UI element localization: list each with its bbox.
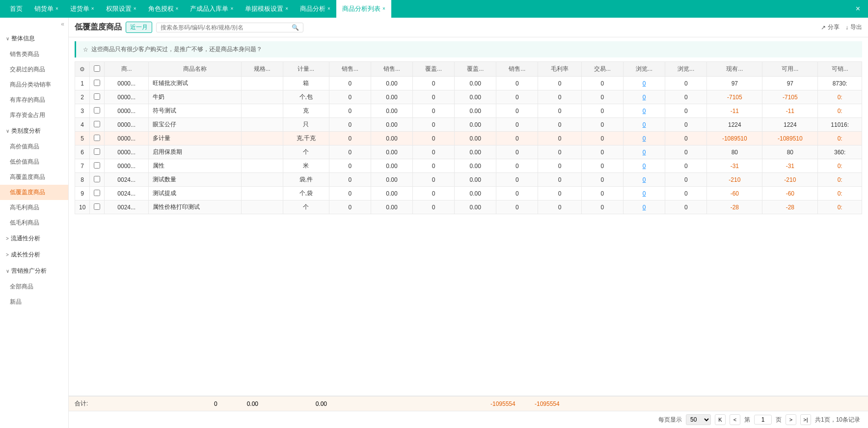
search-icon[interactable]: 🔍	[292, 24, 299, 31]
row-checkbox[interactable]	[90, 104, 105, 118]
sidebar-item-category-sales-rate[interactable]: 商品分类动销率	[0, 77, 68, 92]
settings-icon[interactable]: ⚙	[80, 66, 85, 73]
sidebar-item-low-value[interactable]: 低价值商品	[0, 154, 68, 170]
row-gross-rate: 0	[538, 118, 581, 132]
sidebar-item-traded-goods[interactable]: 交易过的商品	[0, 62, 68, 77]
row-unit: 个	[283, 145, 329, 159]
row-current: -7105	[707, 90, 762, 104]
sidebar-item-new-goods[interactable]: 新品	[0, 294, 68, 310]
row-browse1[interactable]: 0	[624, 77, 665, 90]
page-number-input[interactable]	[754, 415, 772, 425]
sidebar-group-growth[interactable]: > 成长性分析	[0, 247, 68, 263]
col-settings[interactable]: ⚙	[75, 62, 90, 77]
row-select-checkbox[interactable]	[94, 93, 100, 100]
row-checkbox[interactable]	[90, 77, 105, 90]
sidebar-item-all-goods[interactable]: 全部商品	[0, 279, 68, 294]
row-checkbox[interactable]	[90, 145, 105, 159]
row-browse1[interactable]: 0	[624, 173, 665, 187]
select-all-checkbox[interactable]	[94, 65, 100, 72]
sidebar-group-overall[interactable]: ∨ 整体信息	[0, 30, 68, 47]
row-checkbox[interactable]	[90, 90, 105, 104]
sidebar-item-inventory-capital[interactable]: 库存资金占用	[0, 108, 68, 123]
search-input[interactable]	[161, 24, 290, 31]
row-checkbox[interactable]	[90, 200, 105, 214]
row-browse1[interactable]: 0	[624, 187, 665, 200]
row-unit: 只	[283, 118, 329, 132]
sidebar-group-category[interactable]: ∨ 类别度分析	[0, 123, 68, 139]
sidebar-item-stocked-goods[interactable]: 有库存的商品	[0, 92, 68, 108]
share-button[interactable]: ↗ 分享	[821, 23, 840, 31]
sidebar-collapse-btn[interactable]: «	[0, 18, 68, 30]
sidebar-item-sales-goods[interactable]: 销售类商品	[0, 47, 68, 62]
row-browse2: 0	[665, 159, 707, 173]
nav-goods-analysis-list[interactable]: 商品分析列表 ×	[336, 0, 391, 18]
close-product-warehouse-icon[interactable]: ×	[230, 0, 233, 18]
col-checkbox[interactable]	[90, 62, 105, 77]
col-trade: 交易...	[581, 62, 623, 77]
sidebar-item-high-value[interactable]: 高价值商品	[0, 139, 68, 154]
close-window-icon[interactable]: ×	[852, 4, 864, 13]
row-browse1[interactable]: 0	[624, 159, 665, 173]
nav-purchase-order[interactable]: 进货单 ×	[64, 0, 100, 18]
nav-goods-analysis[interactable]: 商品分析 ×	[294, 0, 336, 18]
row-checkbox[interactable]	[90, 173, 105, 187]
row-select-checkbox[interactable]	[94, 203, 100, 210]
nav-home[interactable]: 首页	[4, 0, 28, 18]
row-checkbox[interactable]	[90, 187, 105, 200]
top-nav: 首页 销货单 × 进货单 × 权限设置 × 角色授权 × 产成品入库单 × 单据…	[0, 0, 868, 18]
sidebar-item-high-margin[interactable]: 高毛利商品	[0, 200, 68, 215]
row-sales2: 0.00	[371, 159, 412, 173]
row-select-checkbox[interactable]	[94, 162, 100, 169]
row-browse1[interactable]: 0	[624, 145, 665, 159]
nav-template-settings[interactable]: 单据模板设置 ×	[239, 0, 294, 18]
row-available: -28	[762, 200, 818, 214]
sidebar-group-marketing[interactable]: ∨ 营销推广分析	[0, 263, 68, 279]
row-select-checkbox[interactable]	[94, 148, 100, 155]
row-select-checkbox[interactable]	[94, 107, 100, 114]
row-checkbox[interactable]	[90, 118, 105, 132]
nav-role-auth[interactable]: 角色授权 ×	[142, 0, 185, 18]
row-browse1[interactable]: 0	[624, 90, 665, 104]
table-container[interactable]: ⚙ 商... 商品名称 规格... 计量... 销售... 销售... 覆盖..…	[69, 61, 868, 396]
row-browse1[interactable]: 0	[624, 104, 665, 118]
row-select-checkbox[interactable]	[94, 135, 100, 141]
nav-sales-order[interactable]: 销货单 ×	[28, 0, 64, 18]
row-gross-rate: 0	[538, 187, 581, 200]
row-checkbox[interactable]	[90, 159, 105, 173]
prev-page-button[interactable]: <	[730, 414, 740, 425]
sidebar-item-low-margin[interactable]: 低毛利商品	[0, 215, 68, 230]
row-select-checkbox[interactable]	[94, 176, 100, 182]
first-page-button[interactable]: K	[715, 414, 726, 425]
row-cover1: 0	[413, 159, 455, 173]
close-role-auth-icon[interactable]: ×	[176, 0, 179, 18]
row-browse1[interactable]: 0	[624, 118, 665, 132]
table-row: 5 0000... 多计量 克,千克 0 0.00 0 0.00 0 0 0 0…	[75, 132, 862, 145]
col-browse1: 浏览...	[624, 62, 665, 77]
row-select-checkbox[interactable]	[94, 121, 100, 127]
last-page-button[interactable]: >|	[800, 414, 811, 425]
page-size-select[interactable]: 50 100 200	[686, 414, 711, 425]
close-goods-analysis-list-icon[interactable]: ×	[382, 0, 385, 18]
export-button[interactable]: ↓ 导出	[845, 23, 862, 31]
close-goods-analysis-icon[interactable]: ×	[327, 0, 330, 18]
close-permission-settings-icon[interactable]: ×	[134, 0, 136, 18]
row-browse2: 0	[665, 132, 707, 145]
row-browse2: 0	[665, 200, 707, 214]
next-page-button[interactable]: >	[786, 414, 796, 425]
filter-tag-month[interactable]: 近一月	[126, 22, 152, 33]
row-select-checkbox[interactable]	[94, 80, 100, 86]
row-select-checkbox[interactable]	[94, 190, 100, 196]
close-purchase-order-icon[interactable]: ×	[91, 0, 94, 18]
close-sales-order-icon[interactable]: ×	[55, 0, 58, 18]
row-browse1[interactable]: 0	[624, 132, 665, 145]
nav-permission-settings[interactable]: 权限设置 ×	[100, 0, 142, 18]
nav-product-warehouse[interactable]: 产成品入库单 ×	[184, 0, 239, 18]
close-template-settings-icon[interactable]: ×	[285, 0, 288, 18]
sidebar-item-high-coverage[interactable]: 高覆盖度商品	[0, 170, 68, 185]
sidebar-group-circulation[interactable]: > 流通性分析	[0, 230, 68, 247]
row-checkbox[interactable]	[90, 132, 105, 145]
search-box[interactable]: 🔍	[156, 23, 303, 32]
row-sales3: 0	[496, 104, 538, 118]
sidebar-item-low-coverage[interactable]: 低覆盖度商品	[0, 185, 68, 200]
row-browse1[interactable]: 0	[624, 200, 665, 214]
